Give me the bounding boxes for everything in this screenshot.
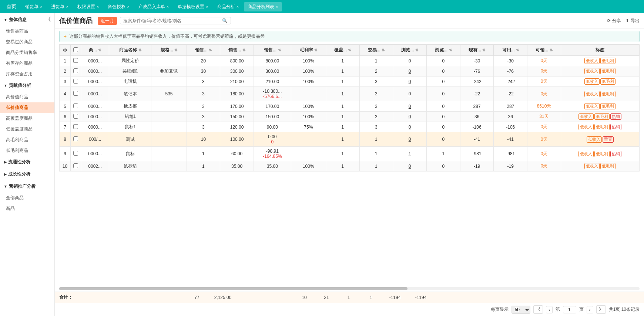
sort-sales2[interactable]: ⇅ [242, 48, 245, 52]
sort-gross[interactable]: ⇅ [314, 48, 317, 52]
nav-role[interactable]: 角色授权× [104, 2, 133, 11]
scroll-thumb[interactable] [59, 287, 407, 290]
page-number-input[interactable] [563, 306, 576, 313]
browse-link[interactable]: 0 [409, 114, 411, 119]
sort-trade[interactable]: ⇅ [382, 48, 385, 52]
row-checkbox[interactable] [73, 58, 78, 63]
horizontal-scrollbar[interactable] [59, 287, 640, 290]
row-checkbox[interactable] [73, 68, 78, 73]
date-filter-btn[interactable]: 近一月 [98, 17, 117, 25]
tag-badge: 低收入 [584, 103, 600, 109]
sidebar-item-traded-product[interactable]: 交易过的商品 [0, 37, 54, 47]
close-product-icon[interactable]: × [167, 4, 169, 9]
sort-current[interactable]: ⇅ [482, 48, 485, 52]
sidebar-group-marketing[interactable]: ▼ 营销推广分析 [0, 180, 54, 193]
cell-checkbox[interactable] [71, 122, 81, 132]
collapse-icon[interactable]: 《 [46, 16, 51, 23]
row-checkbox[interactable] [73, 124, 78, 129]
cell-checkbox[interactable] [71, 161, 81, 171]
sort-cov[interactable]: ⇅ [348, 48, 351, 52]
sidebar-item-low-value[interactable]: 低价值商品 [0, 102, 54, 113]
row-checkbox[interactable] [73, 114, 78, 119]
sort-name[interactable]: ⇅ [138, 48, 141, 52]
sidebar-item-stock-capital[interactable]: 库存资金占用 [0, 69, 54, 79]
export-btn[interactable]: ⬆ 导出 [625, 18, 640, 24]
browse-link[interactable]: 0 [409, 104, 411, 109]
prev-page-btn[interactable]: ‹ [546, 306, 553, 313]
sidebar-item-category-rate[interactable]: 商品分类销售率 [0, 47, 54, 58]
nav-home[interactable]: 首页 [3, 2, 20, 11]
cell-checkbox[interactable] [71, 101, 81, 112]
sidebar-group-contribution[interactable]: ▼ 贡献值分析 [0, 79, 54, 92]
cell-checkbox[interactable] [71, 87, 81, 101]
row-checkbox[interactable] [73, 91, 78, 96]
nav-template[interactable]: 单据模板设置× [174, 2, 212, 11]
browse-link[interactable]: 1 [409, 151, 411, 156]
cell-checkbox[interactable] [71, 66, 81, 77]
sidebar-group-growth[interactable]: ▶ 成长性分析 [0, 168, 54, 180]
nav-product-analysis[interactable]: 商品分析× [214, 2, 242, 11]
nav-product-inbound[interactable]: 产成品入库单× [135, 2, 172, 11]
search-icon[interactable]: 🔍 [222, 18, 228, 23]
sidebar-item-new-products[interactable]: 新品 [0, 203, 54, 214]
last-page-btn[interactable]: 》 [596, 305, 606, 314]
sort-sell[interactable]: ⇅ [550, 48, 553, 52]
share-btn[interactable]: ⟳ 分享 [607, 18, 621, 24]
nav-sales[interactable]: 销货单× [21, 2, 46, 11]
sidebar-item-low-profit[interactable]: 低毛利商品 [0, 145, 54, 156]
cell-checkbox[interactable] [71, 112, 81, 122]
close-purchase-icon[interactable]: × [66, 4, 68, 9]
cell-checkbox[interactable] [71, 77, 81, 87]
cell-checkbox[interactable] [71, 132, 81, 147]
close-template-icon[interactable]: × [206, 4, 208, 9]
next-page-btn[interactable]: › [587, 306, 593, 313]
sort-avail[interactable]: ⇅ [516, 48, 519, 52]
close-sales-icon[interactable]: × [40, 4, 42, 9]
col-settings[interactable]: ⚙ [60, 45, 71, 56]
browse-link[interactable]: 0 [409, 137, 411, 142]
row-checkbox[interactable] [73, 136, 78, 141]
row-checkbox[interactable] [73, 163, 78, 168]
sidebar-item-low-coverage[interactable]: 低覆盖度商品 [0, 124, 54, 135]
cell-checkbox[interactable] [71, 56, 81, 66]
close-pa-icon[interactable]: × [237, 4, 239, 9]
sidebar-item-all-products[interactable]: 全部商品 [0, 193, 54, 203]
nav-permission[interactable]: 权限设置× [74, 2, 103, 11]
sort-browse1[interactable]: ⇅ [415, 48, 418, 52]
close-permission-icon[interactable]: × [97, 4, 99, 9]
table-wrap[interactable]: ⚙ 商... ⇅ 商品名称 ⇅ 规格... ⇅ 销售... ⇅ 销售... ⇅ … [55, 44, 644, 287]
sidebar-item-sales-product[interactable]: 销售类商品 [0, 26, 54, 37]
page-size-select[interactable]: 50 100 [511, 306, 530, 314]
browse-link[interactable]: 0 [409, 91, 411, 96]
browse-link[interactable]: 0 [409, 79, 411, 84]
row-checkbox[interactable] [73, 151, 78, 156]
col-checkbox[interactable] [71, 45, 81, 56]
cell-code: 0002... [81, 161, 109, 171]
browse-link[interactable]: 0 [409, 69, 411, 74]
cell-checkbox[interactable] [71, 147, 81, 161]
close-pal-icon[interactable]: × [276, 4, 278, 9]
nav-purchase[interactable]: 进货单× [47, 2, 72, 11]
browse-link[interactable]: 0 [409, 164, 411, 169]
browse-link[interactable]: 0 [409, 125, 411, 130]
sidebar-item-stock-product[interactable]: 有库存的商品 [0, 58, 54, 69]
sidebar-group-overall[interactable]: ▼ 整体信息 《 [0, 13, 54, 26]
sidebar-item-high-profit[interactable]: 高毛利商品 [0, 135, 54, 145]
sidebar-group-flow[interactable]: ▶ 流通性分析 [0, 156, 54, 168]
first-page-btn[interactable]: 《 [533, 305, 543, 314]
row-checkbox[interactable] [73, 79, 78, 84]
row-checkbox[interactable] [73, 103, 78, 108]
sort-sales3[interactable]: ⇅ [278, 48, 281, 52]
sidebar-item-high-value[interactable]: 高价值商品 [0, 92, 54, 102]
sort-sales1[interactable]: ⇅ [209, 48, 212, 52]
sidebar-item-high-coverage[interactable]: 高覆盖度商品 [0, 113, 54, 124]
search-input[interactable] [123, 18, 221, 23]
sort-code[interactable]: ⇅ [98, 48, 101, 52]
sort-spec[interactable]: ⇅ [174, 48, 177, 52]
cell-tags: 低收入低毛利 [561, 77, 639, 87]
close-role-icon[interactable]: × [127, 4, 129, 9]
browse-link[interactable]: 0 [409, 58, 411, 64]
nav-product-analysis-list[interactable]: 商品分析列表× [244, 2, 282, 11]
sort-browse2[interactable]: ⇅ [449, 48, 452, 52]
select-all-checkbox[interactable] [73, 47, 78, 52]
